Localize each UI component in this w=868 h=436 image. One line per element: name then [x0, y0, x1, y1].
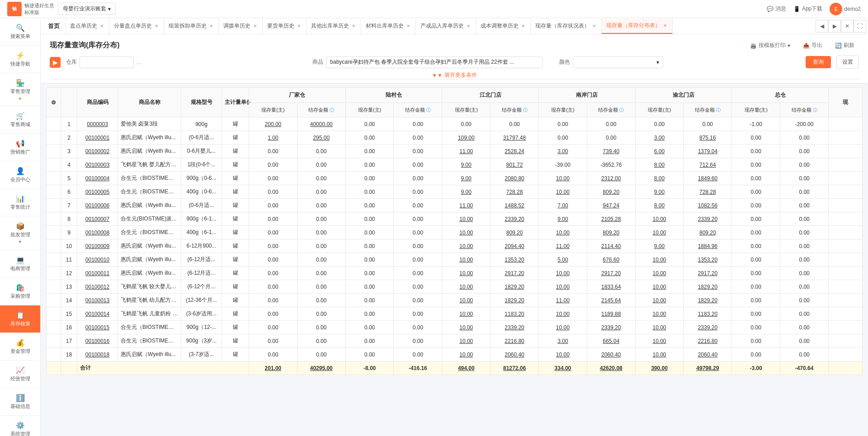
sidebar-item-retail-mgmt[interactable]: 🏪 零售管理 ▲ [0, 73, 40, 106]
cell-qty-2: 10.00 [442, 239, 491, 253]
settings-button[interactable]: 设置 [836, 56, 859, 69]
th-settings[interactable]: ⚙ [47, 88, 61, 117]
cell-unit: 罐 [222, 253, 249, 267]
sidebar-item-search[interactable]: 🔍 搜索英单 [0, 18, 40, 46]
tab-close-icon[interactable]: ✕ [466, 23, 471, 29]
cell-qty-0: 0.00 [249, 172, 297, 185]
cell-no: 5 [61, 172, 77, 185]
computer-icon: 💻 [3, 256, 38, 264]
cell-qty-4: 0.00 [635, 117, 684, 131]
cell-qty-4: 10.00 [635, 253, 684, 267]
tab-close-icon[interactable]: ✕ [662, 22, 668, 29]
cell-name: 飞鹤星飞帆 儿童奶粉 4... [118, 307, 181, 321]
tab-home[interactable]: 首页 [42, 19, 66, 34]
warehouse-input[interactable] [80, 56, 134, 68]
cell-qty-4: 10.00 [635, 280, 684, 294]
tab-close-icon[interactable]: ✕ [296, 23, 302, 29]
cell-settings [47, 321, 61, 334]
cell-name: 合生元（BIOSTIME）... [118, 172, 181, 185]
tab-close-icon[interactable]: ✕ [520, 23, 526, 29]
sidebar-item-finance[interactable]: 💰 资金管理 [0, 333, 40, 361]
app-download-action[interactable]: 📱 App下载 [793, 5, 822, 13]
tab-next-button[interactable]: ▶ [828, 20, 841, 33]
tab-sub-inventory-check[interactable]: 分量盘点单历史 ✕ [109, 19, 164, 34]
message-action[interactable]: 💬 消息 [767, 5, 786, 13]
sidebar-item-purchase[interactable]: 🛍️ 采购管理 [0, 278, 40, 305]
tab-material-out[interactable]: 材料出库单历史 ✕ [361, 19, 416, 34]
cell-qty-3: 10.00 [538, 348, 587, 361]
tab-close-icon[interactable]: ✕ [406, 23, 411, 29]
th-lucun-qty: 现存量(主) [345, 103, 394, 117]
tab-close-icon[interactable]: ✕ [99, 23, 104, 29]
sidebar-item-system[interactable]: ⚙️ 系统管理 [0, 416, 40, 436]
cell-unit: 罐 [222, 131, 249, 145]
tab-transfer[interactable]: 调拨单历史 ✕ [219, 19, 263, 34]
tab-close-icon[interactable]: ✕ [591, 23, 597, 29]
cell-settings [47, 239, 61, 253]
nav-selector[interactable]: 母婴行业演示账套 ▾ [58, 3, 116, 15]
tab-prev-button[interactable]: ◀ [816, 20, 828, 33]
cell-no: 7 [61, 199, 77, 212]
cell-unit: 罐 [222, 321, 249, 334]
sidebar-item-wholesale[interactable]: 📦 批发管理 ▾ [0, 216, 40, 250]
cell-no: 4 [61, 158, 77, 172]
sidebar-item-quicknav[interactable]: ⚡ 快捷导航 [0, 46, 40, 73]
expand-more-btn[interactable]: ▼▼ 展开更多条件 [50, 71, 859, 79]
tab-close-all-button[interactable]: ✕ [841, 20, 854, 33]
sidebar-item-inventory[interactable]: 📋 库存核算 [0, 305, 40, 333]
print-button[interactable]: 🖨️ 按模板打印 ▾ [745, 40, 795, 51]
cell-amt-3: 0.00 [587, 117, 635, 131]
cell-amt-3: 676.60 [587, 253, 635, 267]
sidebar-item-marketing[interactable]: 📢 营销推广 [0, 134, 40, 161]
cell-qty-3: 11.00 [538, 239, 587, 253]
cell-amt-1: 0.00 [394, 172, 442, 185]
tab-close-icon[interactable]: ✕ [208, 23, 214, 29]
sidebar-item-ecommerce[interactable]: 💻 电商管理 [0, 250, 40, 278]
cell-qty-0: 0.00 [249, 334, 297, 348]
sidebar-item-retail-shop[interactable]: 🛒 零售商城 [0, 106, 40, 134]
refresh-button[interactable]: 🔄 刷新 [830, 40, 859, 51]
cell-qty-2: 10.00 [442, 348, 491, 361]
sidebar-item-operations[interactable]: 📈 经营管理 [0, 361, 40, 388]
tab-assembly[interactable]: 组装拆卸单历史 ✕ [164, 19, 219, 34]
sidebar-item-retail-stats[interactable]: 📊 零售统计 [0, 189, 40, 216]
cell-qty-0: 0.00 [249, 226, 297, 239]
cell-settings [47, 294, 61, 307]
lightning-icon: ⚡ [3, 51, 38, 60]
page-header: 现存量查询(库存分布) 🖨️ 按模板打印 ▾ 📤 导出 [41, 34, 868, 84]
user-area[interactable]: E demo2 [830, 3, 861, 15]
tab-inventory-check[interactable]: 盘点单历史 ✕ [66, 19, 109, 34]
filter-toggle[interactable]: ▶ [50, 57, 61, 68]
tab-product-in[interactable]: 产成品入库单历史 ✕ [416, 19, 476, 34]
cell-amt-1: 0.00 [394, 226, 442, 239]
tab-out-history[interactable]: 其他出库单历史 ✕ [307, 19, 361, 34]
query-button[interactable]: 查询 [806, 56, 831, 68]
cell-qty-2: 10.00 [442, 321, 491, 334]
cell-no: 8 [61, 212, 77, 226]
tab-stock-dist[interactable]: 现存量（库存分布表） ✕ [602, 19, 673, 34]
color-select[interactable]: ▾ [573, 56, 663, 68]
product-input[interactable] [326, 56, 543, 68]
tab-cost-adjust[interactable]: 成本调整单历史 ✕ [476, 19, 531, 34]
marketing-icon: 📢 [3, 139, 38, 148]
cell-amt-1: 0.00 [394, 334, 442, 348]
cell-code: 00100014 [77, 307, 118, 321]
cell-current [829, 185, 863, 199]
cell-qty-3: 10.00 [538, 185, 587, 199]
tab-fullscreen-button[interactable]: ⛶ [854, 20, 866, 33]
settings-icon[interactable]: ⚙ [51, 99, 56, 106]
tab-order[interactable]: 要货单历史 ✕ [263, 19, 307, 34]
sidebar-item-member[interactable]: 👤 会员中心 [0, 161, 40, 189]
th-name: 商品名称 [118, 88, 181, 117]
cell-spec: 1段(0-6个... [181, 158, 222, 172]
tab-close-icon[interactable]: ✕ [351, 23, 356, 29]
cell-unit: 罐 [222, 185, 249, 199]
cell-no: 13 [61, 280, 77, 294]
tab-stock-status[interactable]: 现存量（库存状况表） ✕ [531, 19, 602, 34]
th-total-qty: 现存量(主) [732, 103, 780, 117]
th-factory-qty: 现存量(主) [249, 103, 297, 117]
export-button[interactable]: 📤 导出 [798, 40, 827, 51]
tab-close-icon[interactable]: ✕ [154, 23, 159, 29]
sidebar-item-basic-info[interactable]: ℹ️ 基础信息 [0, 388, 40, 416]
tab-close-icon[interactable]: ✕ [252, 23, 258, 29]
